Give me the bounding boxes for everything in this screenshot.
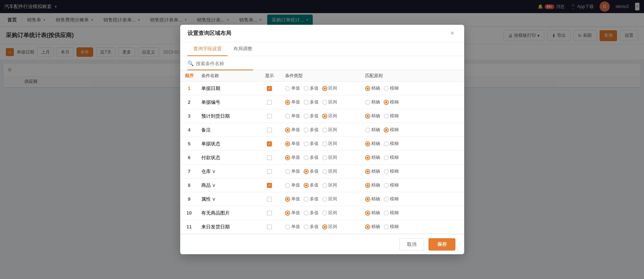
match-radio-模糊[interactable]: 模糊 xyxy=(384,196,399,202)
match-radio-精确[interactable]: 精确 xyxy=(365,85,380,91)
match-radio-模糊[interactable]: 模糊 xyxy=(384,210,399,216)
dialog-body: 🔍 顺序 条件名称 显示 条件类型 匹配原则 xyxy=(180,56,464,234)
row-display-checkbox[interactable] xyxy=(257,111,282,121)
match-radio-精确[interactable]: 精确 xyxy=(365,154,380,161)
type-radio-区间[interactable]: 区间 xyxy=(322,99,337,105)
type-radio-多值[interactable]: 多值 xyxy=(304,182,319,188)
table-row: 1单据日期✓单值多值区间精确模糊 xyxy=(180,82,464,95)
checkbox-icon[interactable] xyxy=(267,169,272,174)
row-display-checkbox[interactable] xyxy=(257,194,282,204)
match-radio-精确[interactable]: 精确 xyxy=(365,99,380,105)
type-radio-单值[interactable]: 单值 xyxy=(285,210,300,216)
save-button[interactable]: 保存 xyxy=(428,238,455,251)
checkbox-icon[interactable] xyxy=(267,197,272,202)
match-radio-模糊[interactable]: 模糊 xyxy=(384,182,399,188)
match-radio-精确[interactable]: 精确 xyxy=(365,196,380,202)
row-display-checkbox[interactable]: ✓ xyxy=(257,84,282,93)
type-radio-多值[interactable]: 多值 xyxy=(304,168,319,174)
type-radio-多值[interactable]: 多值 xyxy=(304,141,319,147)
type-radio-多值[interactable]: 多值 xyxy=(304,224,319,230)
checkbox-icon[interactable]: ✓ xyxy=(267,86,272,91)
row-display-checkbox[interactable] xyxy=(257,98,282,107)
table-row: 11来日发货日期单值多值区间精确模糊 xyxy=(180,220,464,234)
type-radio-区间[interactable]: 区间 xyxy=(322,85,337,91)
row-display-checkbox[interactable]: ✓ xyxy=(257,139,282,149)
type-radio-区间[interactable]: 区间 xyxy=(322,182,337,188)
row-match-options: 精确模糊 xyxy=(362,166,428,177)
type-radio-区间[interactable]: 区间 xyxy=(322,113,337,119)
row-display-checkbox[interactable] xyxy=(257,153,282,162)
match-radio-精确[interactable]: 精确 xyxy=(365,210,380,216)
type-radio-单值[interactable]: 单值 xyxy=(285,85,300,91)
type-radio-单值[interactable]: 单值 xyxy=(285,182,300,188)
checkbox-icon[interactable] xyxy=(267,155,272,160)
match-radio-精确[interactable]: 精确 xyxy=(365,168,380,174)
match-radio-模糊[interactable]: 模糊 xyxy=(384,113,399,119)
type-radio-单值[interactable]: 单值 xyxy=(285,141,300,147)
type-radio-单值[interactable]: 单值 xyxy=(285,99,300,105)
row-display-checkbox[interactable] xyxy=(257,208,282,218)
row-seq: 9 xyxy=(180,194,198,204)
match-radio-模糊[interactable]: 模糊 xyxy=(384,141,399,147)
type-radio-多值[interactable]: 多值 xyxy=(304,85,319,91)
checkbox-icon[interactable] xyxy=(267,211,272,216)
radio-circle-icon xyxy=(304,197,309,202)
checkbox-icon[interactable] xyxy=(267,224,272,229)
type-radio-区间[interactable]: 区间 xyxy=(322,210,337,216)
row-match-options: 精确模糊 xyxy=(362,180,428,190)
type-radio-单值[interactable]: 单值 xyxy=(285,127,300,133)
dialog-close-button[interactable]: × xyxy=(448,29,457,38)
type-radio-多值[interactable]: 多值 xyxy=(304,127,319,133)
checkbox-icon[interactable] xyxy=(267,127,272,133)
cancel-button[interactable]: 取消 xyxy=(399,238,424,251)
type-radio-区间[interactable]: 区间 xyxy=(322,196,337,202)
match-radio-模糊[interactable]: 模糊 xyxy=(384,99,399,105)
match-radio-模糊[interactable]: 模糊 xyxy=(384,224,399,230)
type-radio-多值[interactable]: 多值 xyxy=(304,113,319,119)
search-input[interactable] xyxy=(196,61,457,66)
match-radio-精确[interactable]: 精确 xyxy=(365,127,380,133)
match-radio-模糊[interactable]: 模糊 xyxy=(384,154,399,161)
checkbox-icon[interactable]: ✓ xyxy=(267,141,272,146)
match-radio-模糊[interactable]: 模糊 xyxy=(384,168,399,174)
match-radio-精确[interactable]: 精确 xyxy=(365,224,380,230)
row-display-checkbox[interactable] xyxy=(257,125,282,135)
type-radio-区间[interactable]: 区间 xyxy=(322,127,337,133)
checkbox-icon[interactable]: ✓ xyxy=(267,183,272,188)
type-radio-单值[interactable]: 单值 xyxy=(285,154,300,161)
type-radio-单值[interactable]: 单值 xyxy=(285,224,300,230)
match-radio-精确[interactable]: 精确 xyxy=(365,113,380,119)
type-radio-单值[interactable]: 单值 xyxy=(285,168,300,174)
radio-circle-icon xyxy=(384,197,389,202)
dialog-tab-query-fields[interactable]: 查询字段设置 xyxy=(187,42,228,56)
radio-circle-icon xyxy=(285,127,290,133)
radio-circle-icon xyxy=(285,183,290,188)
dialog-tab-layout[interactable]: 布局调整 xyxy=(228,42,258,56)
col-header-match: 匹配原则 xyxy=(362,71,428,81)
radio-circle-icon xyxy=(384,127,389,133)
row-display-checkbox[interactable] xyxy=(257,167,282,176)
row-seq: 7 xyxy=(180,166,198,176)
type-radio-多值[interactable]: 多值 xyxy=(304,210,319,216)
type-radio-区间[interactable]: 区间 xyxy=(322,141,337,147)
type-radio-区间[interactable]: 区间 xyxy=(322,154,337,161)
type-radio-多值[interactable]: 多值 xyxy=(304,154,319,161)
radio-circle-icon xyxy=(365,114,370,119)
match-radio-精确[interactable]: 精确 xyxy=(365,141,380,147)
type-radio-多值[interactable]: 多值 xyxy=(304,99,319,105)
match-radio-精确[interactable]: 精确 xyxy=(365,182,380,188)
type-radio-区间[interactable]: 区间 xyxy=(322,224,337,230)
row-display-checkbox[interactable] xyxy=(257,222,282,232)
radio-circle-icon xyxy=(322,114,327,119)
match-radio-模糊[interactable]: 模糊 xyxy=(384,85,399,91)
match-radio-模糊[interactable]: 模糊 xyxy=(384,127,399,133)
type-radio-多值[interactable]: 多值 xyxy=(304,196,319,202)
checkbox-icon[interactable] xyxy=(267,100,272,105)
type-radio-单值[interactable]: 单值 xyxy=(285,113,300,119)
row-display-checkbox[interactable]: ✓ xyxy=(257,181,282,190)
checkbox-icon[interactable] xyxy=(267,114,272,119)
table-row: 10有无商品图片单值多值区间精确模糊 xyxy=(180,206,464,220)
type-radio-单值[interactable]: 单值 xyxy=(285,196,300,202)
type-radio-区间[interactable]: 区间 xyxy=(322,168,337,174)
row-type-options: 单值多值区间 xyxy=(282,111,362,121)
